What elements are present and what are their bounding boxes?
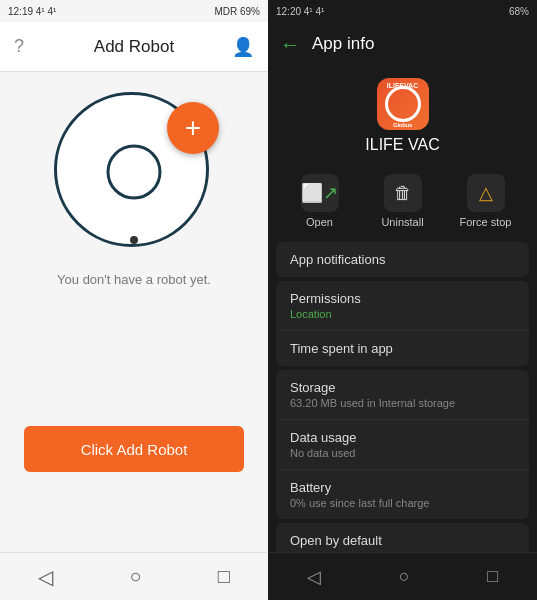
settings-group-permissions: Permissions Location Time spent in app	[276, 281, 529, 366]
settings-list: App notifications Permissions Location T…	[268, 238, 537, 552]
settings-item-open-by-default[interactable]: Open by default No defaults set	[276, 523, 529, 552]
right-back-button[interactable]: ◁	[307, 566, 321, 588]
right-status-icons: 68%	[509, 6, 529, 17]
app-icon-top-text: ILIFEVAC	[387, 82, 418, 89]
data-usage-subtitle: No data used	[290, 447, 515, 459]
force-stop-action-label: Force stop	[460, 216, 512, 228]
left-status-bar: 12:19 4¹ 4¹ MDR 69%	[0, 0, 268, 22]
open-icon-box: ⬜↗	[301, 174, 339, 212]
app-icon-ring	[385, 86, 421, 122]
force-stop-action[interactable]: △ Force stop	[451, 174, 521, 228]
settings-group-defaults: Open by default No defaults set Draw ove…	[276, 523, 529, 552]
uninstall-action-label: Uninstall	[381, 216, 423, 228]
left-recent-button[interactable]: □	[218, 565, 230, 588]
left-nav-bar: ◁ ○ □	[0, 552, 268, 600]
left-header-title: Add Robot	[94, 37, 174, 57]
open-icon: ⬜↗	[301, 182, 338, 204]
robot-inner-circle	[107, 145, 162, 200]
time-spent-title: Time spent in app	[290, 341, 515, 356]
uninstall-action[interactable]: 🗑 Uninstall	[368, 174, 438, 228]
app-notifications-title: App notifications	[290, 252, 515, 267]
force-stop-icon: △	[479, 182, 493, 204]
right-recent-button[interactable]: □	[487, 566, 498, 587]
app-icon: ILIFEVAC Globus	[377, 78, 429, 130]
open-action-label: Open	[306, 216, 333, 228]
click-add-robot-button[interactable]: Click Add Robot	[24, 426, 244, 472]
settings-group-storage: Storage 63.20 MB used in Internal storag…	[276, 370, 529, 519]
open-action[interactable]: ⬜↗ Open	[285, 174, 355, 228]
battery-title: Battery	[290, 480, 515, 495]
settings-item-data-usage[interactable]: Data usage No data used	[276, 420, 529, 470]
permissions-title: Permissions	[290, 291, 515, 306]
add-robot-circle-button[interactable]: +	[167, 102, 219, 154]
person-icon[interactable]: 👤	[232, 36, 254, 58]
app-actions: ⬜↗ Open 🗑 Uninstall △ Force stop	[268, 164, 537, 238]
left-back-button[interactable]: ◁	[38, 565, 53, 589]
force-stop-icon-box: △	[467, 174, 505, 212]
app-name: ILIFE VAC	[365, 136, 439, 154]
settings-item-app-notifications[interactable]: App notifications	[276, 242, 529, 277]
left-panel: 12:19 4¹ 4¹ MDR 69% ? Add Robot 👤 + You …	[0, 0, 268, 600]
open-default-title: Open by default	[290, 533, 515, 548]
help-icon[interactable]: ?	[14, 36, 24, 57]
uninstall-icon-box: 🗑	[384, 174, 422, 212]
data-usage-title: Data usage	[290, 430, 515, 445]
left-header: ? Add Robot 👤	[0, 22, 268, 72]
storage-title: Storage	[290, 380, 515, 395]
settings-item-storage[interactable]: Storage 63.20 MB used in Internal storag…	[276, 370, 529, 420]
left-status-icons: MDR 69%	[214, 6, 260, 17]
settings-item-permissions[interactable]: Permissions Location	[276, 281, 529, 331]
no-robot-text: You don't have a robot yet.	[57, 272, 211, 287]
right-header-title: App info	[312, 34, 374, 54]
battery-subtitle: 0% use since last full charge	[290, 497, 515, 509]
permissions-subtitle: Location	[290, 308, 515, 320]
uninstall-icon: 🗑	[394, 183, 412, 204]
right-time: 12:20 4¹ 4¹	[276, 6, 324, 17]
app-info-section: ILIFEVAC Globus ILIFE VAC	[268, 66, 537, 164]
app-icon-label: Globus	[393, 122, 412, 128]
settings-item-time-spent[interactable]: Time spent in app	[276, 331, 529, 366]
settings-group-notifications: App notifications	[276, 242, 529, 277]
right-status-bar: 12:20 4¹ 4¹ 68%	[268, 0, 537, 22]
robot-illustration: +	[54, 92, 214, 252]
storage-subtitle: 63.20 MB used in Internal storage	[290, 397, 515, 409]
right-panel: 12:20 4¹ 4¹ 68% ← App info ILIFEVAC Glob…	[268, 0, 537, 600]
right-home-button[interactable]: ○	[399, 566, 410, 587]
back-arrow-icon[interactable]: ←	[280, 33, 300, 56]
left-home-button[interactable]: ○	[129, 565, 141, 588]
left-content: + You don't have a robot yet. Click Add …	[0, 72, 268, 552]
right-header: ← App info	[268, 22, 537, 66]
robot-dot	[130, 236, 138, 244]
right-nav-bar: ◁ ○ □	[268, 552, 537, 600]
left-time: 12:19 4¹ 4¹	[8, 6, 56, 17]
settings-item-battery[interactable]: Battery 0% use since last full charge	[276, 470, 529, 519]
